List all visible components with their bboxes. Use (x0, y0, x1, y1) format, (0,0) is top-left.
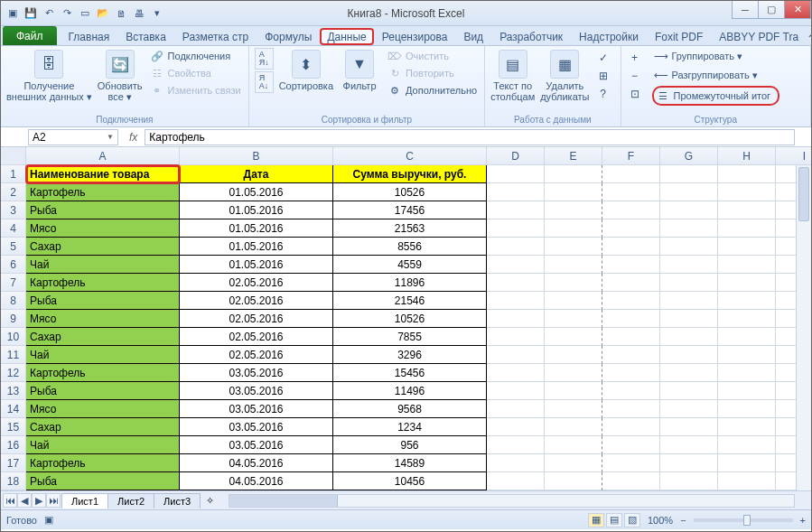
cell[interactable]: 21563 (333, 219, 487, 238)
cell[interactable]: 14589 (333, 454, 487, 472)
fx-icon[interactable]: fx (122, 131, 145, 144)
redo-icon[interactable]: ↷ (59, 5, 75, 22)
cell[interactable]: 10526 (333, 183, 487, 201)
column-header-B[interactable]: B (180, 147, 333, 165)
sheet-tab-2[interactable]: Лист2 (107, 493, 154, 509)
cell[interactable]: 01.05.2016 (180, 238, 333, 256)
sort-button[interactable]: ⬍ Сортировка (279, 48, 333, 91)
cell[interactable]: Чай (26, 346, 180, 364)
cell[interactable]: Чай (26, 256, 180, 274)
cell[interactable]: 02.05.2016 (180, 292, 333, 310)
row-header[interactable]: 15 (1, 418, 26, 436)
cell[interactable]: 1234 (333, 418, 487, 436)
cell[interactable]: Рыба (26, 472, 180, 490)
cell[interactable]: 03.05.2016 (180, 436, 333, 454)
cell[interactable]: 03.05.2016 (180, 382, 333, 400)
group-button[interactable]: ⟶Группировать ▾ (652, 48, 780, 64)
cell[interactable]: 02.05.2016 (180, 328, 333, 346)
undo-icon[interactable]: ↶ (41, 5, 57, 22)
maximize-button[interactable]: ▢ (758, 1, 785, 19)
vscroll-thumb[interactable] (798, 167, 809, 221)
minimize-ribbon-icon[interactable]: ⌃ (807, 33, 812, 45)
cell[interactable]: Мясо (26, 310, 180, 328)
row-header[interactable]: 5 (1, 238, 26, 256)
cell[interactable]: Картофель (26, 454, 180, 472)
cell[interactable]: 04.05.2016 (180, 454, 333, 472)
new-icon[interactable]: ▭ (77, 5, 93, 22)
vertical-scrollbar[interactable] (796, 165, 811, 490)
tab-foxit-pdf[interactable]: Foxit PDF (647, 27, 711, 45)
cell[interactable]: 11896 (333, 274, 487, 292)
sort-asc-button[interactable]: А Я↓ (255, 48, 274, 70)
row-header[interactable]: 12 (1, 364, 26, 382)
cell[interactable]: 02.05.2016 (180, 346, 333, 364)
name-box-input[interactable] (33, 131, 107, 144)
cell[interactable]: Рыба (26, 382, 180, 400)
cell[interactable]: 01.05.2016 (180, 201, 333, 219)
cell[interactable]: 10526 (333, 310, 487, 328)
tab-abbyy-pdf[interactable]: ABBYY PDF Tra (711, 27, 807, 45)
spreadsheet-grid[interactable]: ABCDEFGHI1Наименование товараДатаСумма в… (1, 147, 811, 490)
cell[interactable]: 01.05.2016 (180, 183, 333, 201)
row-header[interactable]: 14 (1, 400, 26, 418)
hide-detail-icon[interactable]: − (627, 68, 643, 84)
sheet-tab-1[interactable]: Лист1 (61, 493, 108, 509)
new-sheet-icon[interactable]: ✧ (201, 495, 219, 507)
row-header[interactable]: 8 (1, 292, 26, 310)
qat-dropdown-icon[interactable]: ▾ (149, 5, 165, 22)
name-box[interactable]: ▼ (28, 129, 118, 145)
cell[interactable]: Картофель (26, 183, 180, 201)
cell[interactable]: 17456 (333, 201, 487, 219)
cell[interactable]: 03.05.2016 (180, 418, 333, 436)
cell[interactable]: 7855 (333, 328, 487, 346)
column-header-F[interactable]: F (602, 147, 660, 165)
cell[interactable]: Картофель (26, 364, 180, 382)
column-header-H[interactable]: H (718, 147, 776, 165)
zoom-level[interactable]: 100% (648, 515, 673, 526)
column-header-D[interactable]: D (487, 147, 545, 165)
properties-button[interactable]: ☷Свойства (148, 65, 243, 81)
column-header-G[interactable]: G (660, 147, 718, 165)
quick-print-icon[interactable]: 🖶 (131, 5, 147, 22)
cell[interactable]: 956 (333, 436, 487, 454)
cell[interactable]: 02.05.2016 (180, 274, 333, 292)
page-break-view-icon[interactable]: ▧ (624, 513, 640, 527)
cell[interactable]: 01.05.2016 (180, 219, 333, 238)
sort-desc-button[interactable]: Я А↓ (255, 71, 274, 93)
normal-view-icon[interactable]: ▦ (588, 513, 604, 527)
text-to-columns-button[interactable]: ▤ Текст по столбцам (490, 48, 535, 102)
print-preview-icon[interactable]: 🗎 (113, 5, 129, 22)
page-layout-view-icon[interactable]: ▤ (606, 513, 622, 527)
edit-links-button[interactable]: ⚭Изменить связи (148, 82, 243, 98)
filter-button[interactable]: ▼ Фильтр (339, 48, 380, 91)
row-header[interactable]: 10 (1, 328, 26, 346)
tab-addins[interactable]: Надстройки (571, 27, 647, 45)
tab-formulas[interactable]: Формулы (257, 27, 320, 45)
column-header-C[interactable]: C (333, 147, 487, 165)
cell[interactable]: 8556 (333, 238, 487, 256)
row-header[interactable]: 7 (1, 274, 26, 292)
outline-settings-icon[interactable]: ⊡ (627, 86, 643, 102)
cell[interactable]: 03.05.2016 (180, 364, 333, 382)
horizontal-scrollbar[interactable] (229, 494, 795, 508)
name-box-dropdown-icon[interactable]: ▼ (107, 133, 114, 141)
consolidate-icon[interactable]: ⊞ (595, 68, 611, 84)
save-icon[interactable]: 💾 (23, 5, 39, 22)
subtotal-button[interactable]: ☰Промежуточный итог (652, 86, 780, 106)
hscroll-thumb[interactable] (229, 495, 338, 507)
cell[interactable]: Рыба (26, 292, 180, 310)
what-if-icon[interactable]: ? (595, 86, 611, 102)
cell[interactable]: Сахар (26, 418, 180, 436)
cell[interactable]: Картофель (26, 274, 180, 292)
get-external-data-button[interactable]: 🗄 Получение внешних данных ▾ (6, 48, 92, 102)
connections-button[interactable]: 🔗Подключения (148, 48, 243, 64)
cell[interactable]: Сахар (26, 328, 180, 346)
row-header[interactable]: 3 (1, 201, 26, 219)
row-header[interactable]: 9 (1, 310, 26, 328)
tab-view[interactable]: Вид (455, 27, 491, 45)
row-header[interactable]: 1 (1, 165, 26, 183)
close-button[interactable]: ✕ (784, 1, 811, 19)
row-header[interactable]: 6 (1, 256, 26, 274)
cell[interactable]: 01.05.2016 (180, 256, 333, 274)
row-header[interactable]: 18 (1, 472, 26, 490)
